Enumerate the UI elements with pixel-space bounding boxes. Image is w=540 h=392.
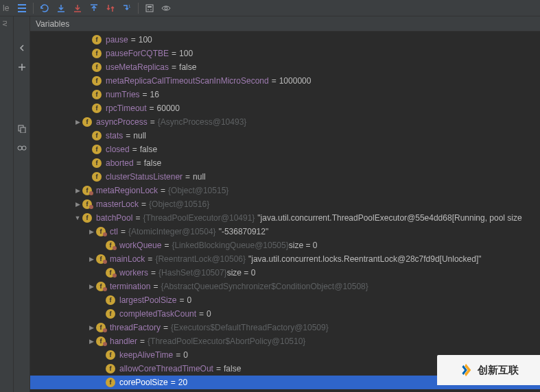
upload-icon[interactable]: [86, 1, 102, 15]
var-handler[interactable]: ▶fhandler={ThreadPoolExecutor$AbortPolic…: [30, 334, 540, 348]
lock-icon: [89, 205, 93, 209]
step-into-icon[interactable]: 1: [119, 1, 134, 15]
download-icon[interactable]: [54, 1, 69, 15]
toolbar-label: le: [3, 3, 9, 13]
var-workQueue[interactable]: fworkQueue={LinkedBlockingQueue@10505} s…: [30, 238, 540, 252]
var-pause[interactable]: fpause=100: [30, 33, 540, 47]
var-completedTaskCount[interactable]: fcompletedTaskCount=0: [30, 307, 540, 321]
separator: [138, 3, 139, 14]
svg-point-9: [22, 146, 26, 150]
field-icon: f: [92, 49, 102, 58]
field-icon: f: [82, 117, 92, 127]
var-mainLock[interactable]: ▶fmainLock={ReentrantLock@10506}"java.ut…: [30, 252, 540, 266]
main-area: rv Variables fpause=100 fpauseForCQTBE=1…: [0, 16, 540, 392]
copy-icon[interactable]: [16, 123, 27, 134]
variables-panel: Variables fpause=100 fpauseForCQTBE=100 …: [30, 16, 540, 392]
left-gutter: rv: [0, 16, 14, 392]
var-rpcTimeout[interactable]: frpcTimeout=60000: [30, 101, 540, 115]
svg-point-3: [148, 9, 150, 10]
field-icon: f: [92, 62, 102, 72]
lock-icon: [113, 246, 117, 250]
panel-header: Variables: [30, 16, 540, 32]
logo-icon: [458, 363, 473, 378]
toolbar: le 1: [0, 0, 540, 16]
var-useMetaReplicas[interactable]: fuseMetaReplicas=false: [30, 60, 540, 74]
expand-arrow[interactable]: ▶: [73, 119, 82, 125]
field-icon: f: [106, 295, 115, 305]
back-icon[interactable]: [16, 42, 27, 53]
variable-tree[interactable]: fpause=100 fpauseForCQTBE=100 fuseMetaRe…: [30, 32, 540, 392]
logo-overlay: 创新互联: [437, 355, 540, 385]
var-ctl[interactable]: ▶fctl={AtomicInteger@10504}"-536870912": [30, 225, 540, 238]
expand-arrow[interactable]: ▶: [73, 187, 82, 194]
expand-arrow[interactable]: ▶: [86, 324, 96, 331]
lock-icon: [103, 287, 107, 291]
download-red-icon[interactable]: [70, 1, 85, 15]
svg-rect-7: [21, 127, 25, 133]
field-icon: f: [106, 364, 115, 373]
var-aborted[interactable]: faborted=false: [30, 156, 540, 170]
logo-text: 创新互联: [478, 364, 519, 377]
var-threadFactory[interactable]: ▶fthreadFactory={Executors$DefaultThread…: [30, 321, 540, 334]
add-icon[interactable]: [16, 62, 27, 73]
lock-icon: [103, 342, 107, 346]
svg-text:1: 1: [128, 4, 131, 8]
panel-title: Variables: [36, 19, 69, 29]
swap-icon[interactable]: [103, 1, 118, 15]
glasses-icon[interactable]: [16, 143, 27, 154]
collapse-arrow[interactable]: ▼: [73, 215, 82, 221]
watch-icon[interactable]: [159, 1, 174, 15]
field-icon: f: [106, 350, 115, 360]
field-icon: f: [82, 213, 92, 223]
var-asyncProcess[interactable]: ▶fasyncProcess={AsyncProcess@10493}: [30, 115, 540, 129]
var-workers[interactable]: fworkers={HashSet@10507} size = 0: [30, 266, 540, 280]
gutter-icons: [14, 16, 30, 392]
list-icon[interactable]: [14, 1, 30, 15]
var-batchPool[interactable]: ▼fbatchPool={ThreadPoolExecutor@10491}"j…: [30, 211, 540, 225]
lock-icon: [103, 328, 107, 332]
var-pauseForCQTBE[interactable]: fpauseForCQTBE=100: [30, 47, 540, 60]
lock-icon: [89, 191, 93, 195]
field-icon: f: [92, 76, 102, 86]
field-icon: f: [92, 158, 102, 168]
expand-arrow[interactable]: ▶: [86, 228, 96, 235]
field-icon: f: [92, 145, 102, 154]
field-icon: f: [92, 35, 102, 45]
field-icon: f: [92, 131, 102, 140]
var-metaReplicaCallTimeout[interactable]: fmetaReplicaCallTimeoutScanInMicroSecond…: [30, 74, 540, 88]
svg-rect-2: [148, 6, 152, 8]
svg-rect-1: [146, 5, 153, 12]
field-icon: f: [106, 378, 115, 387]
lock-icon: [103, 232, 107, 236]
svg-point-8: [18, 146, 22, 150]
svg-point-4: [151, 9, 152, 10]
svg-point-5: [165, 7, 167, 10]
lock-icon: [103, 260, 107, 264]
var-metaRegionLock[interactable]: ▶fmetaRegionLock={Object@10515}: [30, 184, 540, 197]
var-closed[interactable]: fclosed=false: [30, 143, 540, 156]
lock-icon: [113, 273, 117, 278]
var-numTries[interactable]: fnumTries=16: [30, 88, 540, 101]
separator: [33, 3, 34, 14]
expand-arrow[interactable]: ▶: [86, 256, 96, 262]
calculator-icon[interactable]: [142, 1, 157, 15]
restore-icon[interactable]: [37, 1, 52, 15]
field-icon: f: [92, 103, 102, 113]
expand-arrow[interactable]: ▶: [86, 338, 96, 345]
var-largestPoolSize[interactable]: flargestPoolSize=0: [30, 293, 540, 307]
var-masterLock[interactable]: ▶fmasterLock={Object@10516}: [30, 197, 540, 211]
var-stats[interactable]: fstats=null: [30, 129, 540, 143]
field-icon: f: [92, 90, 102, 99]
expand-arrow[interactable]: ▶: [86, 283, 96, 290]
expand-arrow[interactable]: ▶: [73, 201, 82, 208]
field-icon: f: [92, 172, 102, 182]
field-icon: f: [106, 309, 115, 319]
var-clusterStatusListener[interactable]: fclusterStatusListener=null: [30, 170, 540, 184]
var-termination[interactable]: ▶ftermination={AbstractQueuedSynchronize…: [30, 280, 540, 293]
gutter-label-1[interactable]: rv: [0, 19, 10, 47]
